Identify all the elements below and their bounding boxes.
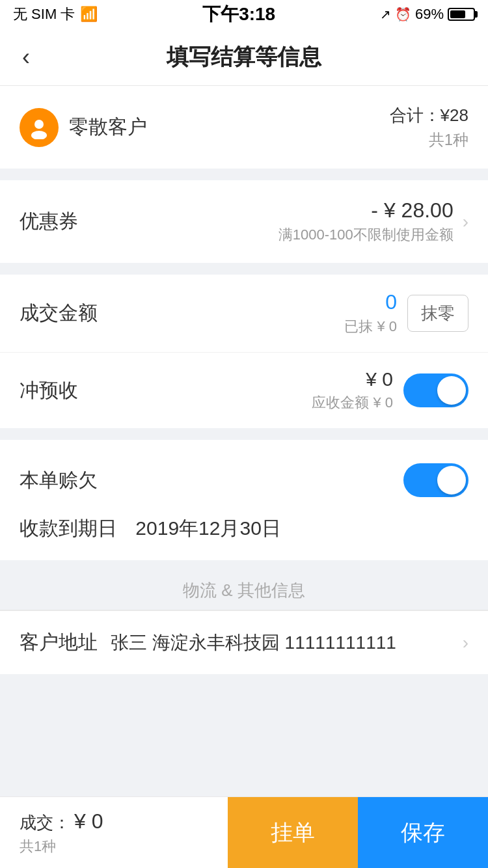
coupon-discount: - ¥ 28.00 bbox=[278, 198, 454, 223]
page-title: 填写结算等信息 bbox=[167, 42, 321, 72]
round-zero-button[interactable]: 抹零 bbox=[407, 295, 468, 332]
address-key: 客户地址 bbox=[20, 629, 98, 656]
svg-point-1 bbox=[31, 131, 47, 139]
status-left: 无 SIM 卡 📶 bbox=[13, 5, 98, 24]
prepay-amount: ¥ 0 bbox=[312, 368, 393, 390]
separator-4 bbox=[0, 560, 488, 571]
address-value: 张三 海淀永丰科技园 11111111111 bbox=[111, 631, 463, 655]
transaction-card: 成交金额 0 已抹 ¥ 0 抹零 冲预收 ¥ 0 应收金额 ¥ 0 bbox=[0, 275, 488, 428]
save-button[interactable]: 保存 bbox=[358, 797, 488, 868]
nav-bar: ‹ 填写结算等信息 bbox=[0, 29, 488, 86]
coupon-desc: 满1000-100不限制使用金额 bbox=[278, 225, 454, 245]
deferred-section: 本单赊欠 收款到期日 2019年12月30日 bbox=[0, 440, 488, 560]
bottom-summary: 成交： ¥ 0 共1种 bbox=[0, 797, 228, 868]
customer-name: 零散客户 bbox=[69, 114, 147, 141]
prepay-toggle-knob bbox=[437, 376, 466, 405]
bottom-transaction-amount: ¥ 0 bbox=[74, 809, 103, 834]
wifi-icon: 📶 bbox=[80, 6, 98, 23]
transaction-amount-value: 0 bbox=[344, 290, 397, 314]
avatar bbox=[20, 108, 59, 147]
separator-3 bbox=[0, 429, 488, 440]
logistics-label: 物流 & 其他信息 bbox=[183, 579, 305, 602]
coupon-label: 优惠券 bbox=[20, 208, 78, 235]
due-date-row: 收款到期日 2019年12月30日 bbox=[20, 502, 468, 542]
due-date-value: 2019年12月30日 bbox=[135, 517, 280, 539]
deferred-row: 本单赊欠 bbox=[20, 458, 468, 502]
customer-section: 零散客户 合计：¥28 共1种 bbox=[0, 86, 488, 169]
location-icon: ↗ bbox=[380, 7, 391, 22]
prepay-toggle[interactable] bbox=[403, 373, 468, 407]
deferred-toggle-knob bbox=[437, 466, 466, 495]
separator-2 bbox=[0, 264, 488, 275]
coupon-right: - ¥ 28.00 满1000-100不限制使用金额 › bbox=[278, 198, 468, 245]
prepay-right: ¥ 0 应收金额 ¥ 0 bbox=[312, 368, 468, 413]
bottom-count: 共1种 bbox=[20, 837, 208, 856]
logistics-divider: 物流 & 其他信息 bbox=[0, 571, 488, 610]
address-chevron-icon: › bbox=[463, 632, 468, 653]
coupon-chevron-icon: › bbox=[463, 211, 468, 232]
prepay-label: 冲预收 bbox=[20, 377, 78, 404]
bottom-transaction-line: 成交： ¥ 0 bbox=[20, 809, 208, 834]
battery-percent: 69% bbox=[415, 6, 444, 23]
status-time: 下午3:18 bbox=[202, 2, 275, 27]
battery-icon bbox=[448, 8, 475, 21]
address-section[interactable]: 客户地址 张三 海淀永丰科技园 11111111111 › bbox=[0, 611, 488, 674]
separator-1 bbox=[0, 170, 488, 180]
svg-point-0 bbox=[34, 120, 44, 129]
rounded-text: 已抹 ¥ 0 bbox=[344, 317, 397, 336]
total-amount: 合计：¥28 bbox=[390, 104, 468, 127]
back-button[interactable]: ‹ bbox=[16, 37, 36, 77]
customer-right: 合计：¥28 共1种 bbox=[390, 104, 468, 150]
deferred-toggle[interactable] bbox=[403, 463, 468, 497]
total-count: 共1种 bbox=[390, 129, 468, 150]
transaction-amount-label: 成交金额 bbox=[20, 300, 98, 327]
due-date-label: 收款到期日 bbox=[20, 517, 117, 539]
receivable-text: 应收金额 ¥ 0 bbox=[312, 393, 393, 413]
prepay-row: 冲预收 ¥ 0 应收金额 ¥ 0 bbox=[0, 353, 488, 428]
status-right: ↗ ⏰ 69% bbox=[380, 6, 475, 23]
main-content: 零散客户 合计：¥28 共1种 优惠券 - ¥ 28.00 满1000-100不… bbox=[0, 86, 488, 868]
transaction-amount-right: 0 已抹 ¥ 0 抹零 bbox=[344, 290, 468, 336]
customer-left: 零散客户 bbox=[20, 108, 147, 147]
deferred-label: 本单赊欠 bbox=[20, 467, 98, 494]
coupon-section[interactable]: 优惠券 - ¥ 28.00 满1000-100不限制使用金额 › bbox=[0, 180, 488, 263]
status-bar: 无 SIM 卡 📶 下午3:18 ↗ ⏰ 69% bbox=[0, 0, 488, 29]
transaction-amount-row: 成交金额 0 已抹 ¥ 0 抹零 bbox=[0, 275, 488, 353]
bottom-transaction-label: 成交： bbox=[20, 811, 70, 834]
bottom-bar: 成交： ¥ 0 共1种 挂单 保存 bbox=[0, 796, 488, 868]
empty-space bbox=[0, 675, 488, 806]
no-sim-text: 无 SIM 卡 bbox=[13, 5, 75, 24]
alarm-icon: ⏰ bbox=[395, 7, 411, 22]
hang-button[interactable]: 挂单 bbox=[228, 797, 358, 868]
address-chevron: › bbox=[463, 632, 468, 653]
